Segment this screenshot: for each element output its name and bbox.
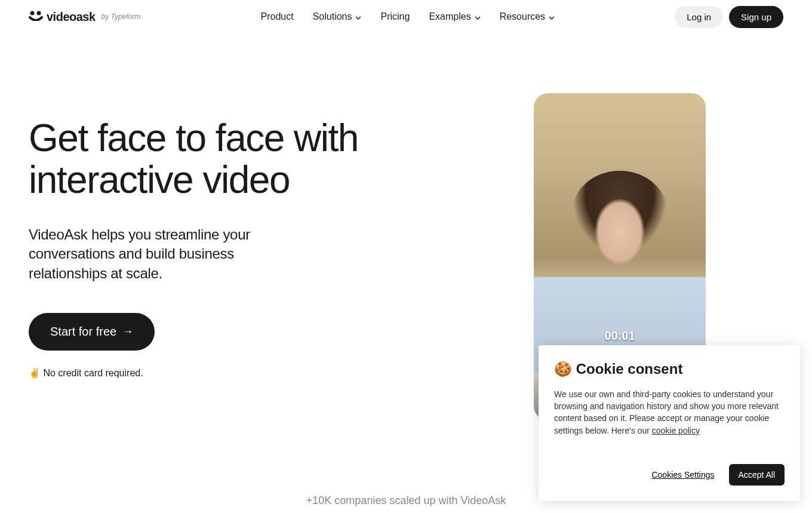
nav-pricing-label: Pricing <box>380 11 410 22</box>
logo[interactable]: videoask <box>29 10 96 24</box>
hero-content: Get face to face with interactive video … <box>29 93 363 379</box>
login-button[interactable]: Log in <box>675 6 723 28</box>
svg-point-0 <box>30 11 35 16</box>
hero-subtitle: VideoAsk helps you streamline your conve… <box>29 225 291 283</box>
chevron-down-icon <box>549 11 555 22</box>
cookie-actions: Cookies Settings Accept All <box>554 464 785 486</box>
cookie-title: 🍪 Cookie consent <box>554 361 785 377</box>
nav-examples[interactable]: Examples <box>429 11 480 22</box>
cookie-text: We use our own and third-party cookies t… <box>554 388 785 437</box>
cookie-accept-button[interactable]: Accept All <box>729 464 785 486</box>
arrow-right-icon: → <box>122 325 133 338</box>
signup-button[interactable]: Sign up <box>729 6 783 28</box>
cookie-consent-banner: 🍪 Cookie consent We use our own and thir… <box>539 345 800 501</box>
start-free-button[interactable]: Start for free → <box>29 313 155 351</box>
chevron-down-icon <box>355 11 361 22</box>
cta-label: Start for free <box>50 325 116 339</box>
hero-title: Get face to face with interactive video <box>29 117 363 201</box>
logo-group: videoask by Typeform <box>29 10 140 24</box>
main-nav: Product Solutions Pricing Examples Resou… <box>261 11 555 22</box>
nav-resources-label: Resources <box>500 11 545 22</box>
nav-solutions-label: Solutions <box>313 11 352 22</box>
cta-note: ✌️ No credit card required. <box>29 367 363 379</box>
videoask-logo-icon <box>29 10 43 23</box>
cookie-settings-button[interactable]: Cookies Settings <box>651 470 714 480</box>
logo-byline: by Typeform <box>102 13 141 21</box>
nav-product-label: Product <box>261 11 294 22</box>
header: videoask by Typeform Product Solutions P… <box>0 0 812 33</box>
svg-point-1 <box>37 11 41 16</box>
nav-resources[interactable]: Resources <box>500 11 555 22</box>
logo-text: videoask <box>47 10 96 24</box>
nav-solutions[interactable]: Solutions <box>313 11 362 22</box>
nav-product[interactable]: Product <box>261 11 294 22</box>
nav-pricing[interactable]: Pricing <box>380 11 410 22</box>
chevron-down-icon <box>475 11 481 22</box>
video-timestamp: 00:01 <box>604 329 635 343</box>
auth-buttons: Log in Sign up <box>675 6 783 28</box>
cookie-policy-link[interactable]: cookie policy <box>652 426 700 435</box>
nav-examples-label: Examples <box>429 11 470 22</box>
companies-tagline: +10K companies scaled up with VideoAsk <box>306 494 506 507</box>
